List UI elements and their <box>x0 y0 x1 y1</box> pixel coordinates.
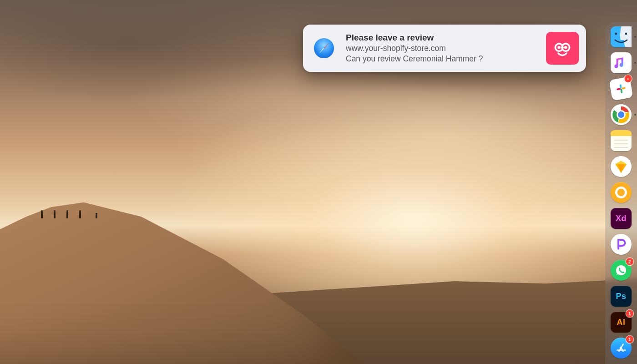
dock-item-xd[interactable]: Xd <box>611 208 632 229</box>
dock-item-illustrator[interactable]: Ai 1 <box>611 312 632 333</box>
svg-rect-16 <box>620 89 622 93</box>
desktop: Please leave a review www.your-shopify-s… <box>0 0 637 364</box>
dock-item-photoshop[interactable]: Ps <box>611 286 632 307</box>
dock-item-music[interactable] <box>611 52 632 73</box>
origin-icon <box>611 182 631 202</box>
notification-badge: 2 <box>626 258 633 265</box>
safari-icon <box>309 34 339 63</box>
dock-item-finder[interactable] <box>611 26 632 47</box>
music-icon <box>614 56 628 70</box>
chrome-icon <box>611 105 631 125</box>
svg-marker-27 <box>615 161 627 164</box>
notification-title: Please leave a review <box>346 33 539 43</box>
notification-banner[interactable]: Please leave a review www.your-shopify-s… <box>303 25 586 72</box>
whatsapp-icon <box>614 263 628 277</box>
dock-item-sketch[interactable] <box>611 156 632 177</box>
dock-item-proto[interactable] <box>611 234 632 255</box>
review-app-icon <box>552 38 572 58</box>
notification-body: Please leave a review www.your-shopify-s… <box>346 33 539 64</box>
svg-rect-13 <box>617 88 621 90</box>
dock: • <box>605 22 637 364</box>
wallpaper-plain <box>182 246 637 364</box>
illustrator-icon: Ai <box>617 318 626 327</box>
svg-point-8 <box>557 46 560 49</box>
running-indicator <box>634 36 636 38</box>
xd-icon: Xd <box>616 214 627 223</box>
dock-item-whatsapp[interactable]: 2 <box>611 260 632 281</box>
svg-point-12 <box>625 33 627 35</box>
notification-badge: 1 <box>626 310 633 317</box>
dock-item-slack[interactable]: • <box>609 76 633 101</box>
notification-badge: 1 <box>626 336 633 343</box>
sketch-icon <box>613 159 629 174</box>
running-indicator <box>634 114 636 116</box>
running-indicator <box>634 62 636 64</box>
slack-icon <box>613 81 629 97</box>
notification-thumbnail <box>546 32 579 65</box>
svg-point-11 <box>615 33 617 35</box>
photoshop-icon: Ps <box>616 292 626 301</box>
notification-message: Can you review Ceremonial Hammer ? <box>346 54 539 64</box>
notification-site: www.your-shopify-store.com <box>346 44 539 53</box>
dock-item-appstore[interactable]: 1 <box>611 338 632 359</box>
proto-icon <box>614 238 628 251</box>
finder-icon <box>611 26 632 47</box>
dock-item-chrome[interactable] <box>611 104 632 125</box>
appstore-icon <box>614 341 628 355</box>
svg-point-9 <box>564 46 567 49</box>
wallpaper-dune <box>0 146 387 364</box>
dock-item-origin[interactable] <box>611 182 632 203</box>
svg-point-29 <box>612 183 630 202</box>
svg-rect-22 <box>611 134 632 136</box>
svg-rect-14 <box>619 84 622 89</box>
svg-rect-15 <box>621 87 626 89</box>
dock-item-notes[interactable] <box>611 130 632 151</box>
notes-icon <box>611 130 632 151</box>
wallpaper-hikers <box>41 200 114 218</box>
